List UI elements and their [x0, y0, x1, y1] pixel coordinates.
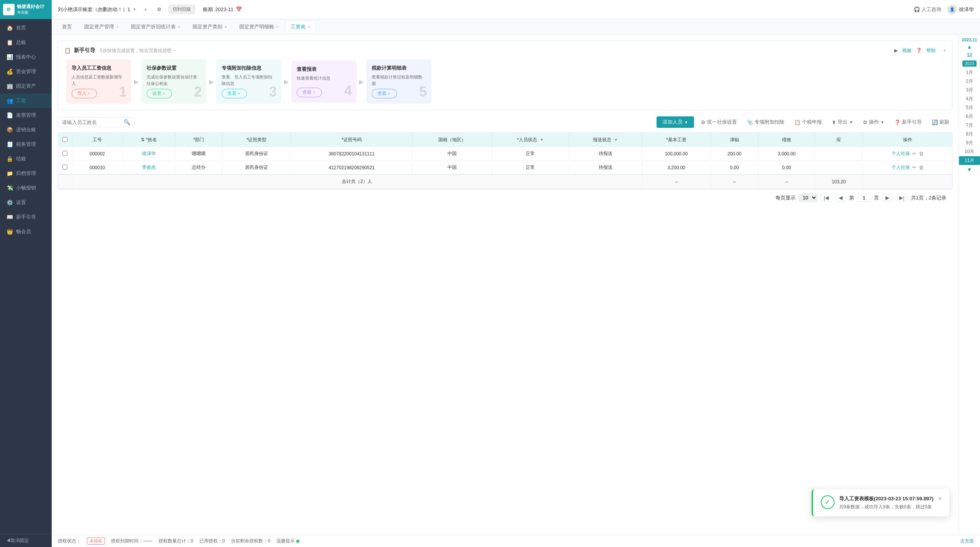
cal-month-12[interactable]: 12 — [959, 51, 980, 59]
sidebar-label-close: 结账 — [16, 155, 26, 162]
guide-video-link[interactable]: 视频 — [902, 47, 911, 54]
sidebar-item-settings[interactable]: ⚙️ 设置 — [0, 195, 52, 210]
sidebar-item-payroll[interactable]: 👥 工资 — [0, 93, 52, 108]
first-page-btn[interactable]: |◀ — [820, 194, 832, 202]
tab-depreciation-close[interactable]: × — [178, 25, 180, 29]
row2-name-link[interactable]: 李俊杰 — [142, 165, 156, 170]
tab-asset-detail[interactable]: 固定资产明细账 × — [234, 21, 284, 33]
cancel-fixed-btn[interactable]: ◀取消固定 — [6, 537, 46, 544]
toast-content: 导入工资表模板(2023-03-23 15:07:59.897) 共9条数据，成… — [839, 495, 934, 510]
th-status: *人员状态 ▼ — [492, 133, 569, 147]
sidebar-item-close[interactable]: 🔒 结账 — [0, 152, 52, 166]
sidebar-item-invoice[interactable]: 📄 发票管理 — [0, 108, 52, 122]
last-page-btn[interactable]: ▶| — [896, 194, 908, 202]
guide-step-4-btn[interactable]: 查看＞ — [297, 88, 322, 97]
tab-depreciation[interactable]: 固定资产折旧统计表 × — [125, 21, 186, 33]
page-size-select[interactable]: 10 20 50 — [799, 193, 817, 202]
cancel-fixed-label: ◀取消固定 — [6, 537, 29, 544]
row1-basic-salary: 100,000.00 — [642, 147, 710, 161]
sidebar-item-funds[interactable]: 💰 资金管理 — [0, 64, 52, 79]
status-bar: 授权状态： 未授权 授权到期时间：—— 授权数量总计：0 已用授权：0 当前剩余… — [52, 535, 980, 547]
tax-report-btn[interactable]: 📋 个税申报 — [791, 117, 825, 127]
cal-month-1[interactable]: 1月 — [959, 68, 980, 77]
social-insurance-btn[interactable]: ⚙ 统一社保设置 — [698, 117, 740, 127]
cal-month-6[interactable]: 6月 — [959, 112, 980, 121]
new-guide-btn[interactable]: ❓ 新手引导 — [891, 117, 925, 127]
page-input[interactable] — [857, 194, 871, 202]
cal-month-3[interactable]: 3月 — [959, 86, 980, 95]
cal-month-10[interactable]: 10月 — [959, 147, 980, 156]
recharge-btn[interactable]: 去充值 — [960, 538, 974, 544]
inventory-icon: 📦 — [6, 127, 13, 133]
row1-op-delete[interactable]: 🗑 — [919, 151, 924, 157]
calendar-down-btn[interactable]: ▼ — [967, 167, 972, 173]
sidebar-item-ledger[interactable]: 📋 总账 — [0, 35, 52, 50]
tab-payroll[interactable]: 工资表 × — [285, 21, 316, 33]
add-person-btn[interactable]: 添加人员 ▼ — [657, 116, 694, 128]
send-status-filter-icon[interactable]: ▼ — [614, 137, 618, 142]
row2-op-social[interactable]: 个人社保 — [892, 164, 910, 171]
sidebar-item-home[interactable]: 🏠 首页 — [0, 21, 52, 35]
tab-fixed-assets-close[interactable]: × — [116, 25, 119, 29]
row2-op-delete[interactable]: 🗑 — [919, 165, 924, 170]
sidebar-item-tax[interactable]: 🧾 税务管理 — [0, 137, 52, 152]
tab-payroll-close[interactable]: × — [308, 25, 310, 29]
select-all-checkbox[interactable] — [62, 137, 67, 142]
guide-help-link[interactable]: 帮助 — [926, 47, 936, 54]
row1-id: 000002 — [72, 147, 122, 161]
tab-asset-category-close[interactable]: × — [225, 25, 227, 29]
sidebar-item-guide[interactable]: 📖 新手引导 — [0, 210, 52, 224]
special-deduction-btn[interactable]: 📎 专项附加扣除 — [744, 117, 787, 127]
prev-page-btn[interactable]: ◀ — [835, 194, 846, 202]
refresh-btn[interactable]: 🔄 刷新 — [929, 117, 952, 127]
row1-op-edit[interactable]: ✏ — [912, 151, 916, 157]
row1-op-social[interactable]: 个人社保 — [892, 150, 910, 157]
cal-month-5[interactable]: 5月 — [959, 103, 980, 112]
cal-month-7[interactable]: 7月 — [959, 121, 980, 130]
calendar-up-btn[interactable]: ▲ — [967, 44, 972, 50]
sidebar-item-assets[interactable]: 🏢 固定资产 — [0, 79, 52, 93]
guide-close-icon[interactable]: × — [943, 48, 946, 53]
status-filter-icon[interactable]: ▼ — [539, 137, 544, 142]
sidebar-item-inventory[interactable]: 📦 进销台账 — [0, 122, 52, 137]
guide-step-1-btn[interactable]: 导入＞ — [72, 89, 97, 98]
guide-step-5-btn[interactable]: 查看＞ — [372, 89, 397, 98]
export-btn[interactable]: ⬆ 导出 ▼ — [829, 117, 856, 127]
cal-month-11[interactable]: 11月 — [959, 156, 980, 165]
tab-home[interactable]: 首页 — [56, 21, 78, 33]
operation-btn[interactable]: ⚙ 操作 ▼ — [860, 117, 887, 127]
sidebar-item-archive[interactable]: 📁 归档管理 — [0, 166, 52, 181]
search-input[interactable] — [62, 119, 121, 125]
row2-checkbox[interactable] — [62, 165, 67, 170]
invoice-icon: 📄 — [6, 112, 13, 118]
close-period-icon: 🔒 — [6, 156, 13, 162]
row1-name-link[interactable]: 徐泽华 — [142, 151, 156, 156]
cal-month-9[interactable]: 9月 — [959, 139, 980, 147]
version-toggle-btn[interactable]: 切到旧版 — [168, 5, 195, 14]
th-name-sort-icon[interactable]: ⇅ — [141, 137, 145, 142]
refresh-label: 刷新 — [939, 119, 949, 126]
sidebar-item-reports[interactable]: 📊 报表中心 — [0, 50, 52, 64]
guide-step-3-btn[interactable]: 查看＞ — [222, 89, 247, 98]
row1-checkbox[interactable] — [62, 151, 67, 156]
account-selector[interactable]: 刘小艳演示账套（勿删勿动！）1 ▼ — [58, 6, 136, 13]
add-account-btn[interactable]: ＋ — [141, 5, 150, 14]
next-page-btn[interactable]: ▶ — [882, 194, 893, 202]
support-btn[interactable]: 🎧 人工咨询 — [914, 6, 941, 13]
tab-fixed-assets[interactable]: 固定资产管理 × — [78, 21, 124, 33]
cal-month-8[interactable]: 8月 — [959, 130, 980, 139]
cal-month-2[interactable]: 2月 — [959, 77, 980, 86]
toast-icon: ✓ — [821, 495, 835, 509]
sidebar-item-member[interactable]: 👑 畅会员 — [0, 224, 52, 239]
user-info[interactable]: 👤 徐泽华 — [947, 5, 974, 14]
toast-close-btn[interactable]: × — [938, 495, 942, 502]
cal-month-4[interactable]: 4月 — [959, 95, 980, 103]
row2-op-edit[interactable]: ✏ — [912, 165, 916, 170]
settings-btn[interactable]: ⚙ — [155, 5, 164, 14]
tab-asset-detail-close[interactable]: × — [276, 25, 279, 29]
th-nationality: 国籍（地区） — [413, 133, 492, 147]
archive-icon: 📁 — [6, 170, 13, 176]
sidebar-item-expense[interactable]: 💸 小畅报销 — [0, 181, 52, 195]
tab-asset-category[interactable]: 固定资产类别 × — [187, 21, 233, 33]
guide-step-2-btn[interactable]: 设置＞ — [147, 89, 172, 98]
